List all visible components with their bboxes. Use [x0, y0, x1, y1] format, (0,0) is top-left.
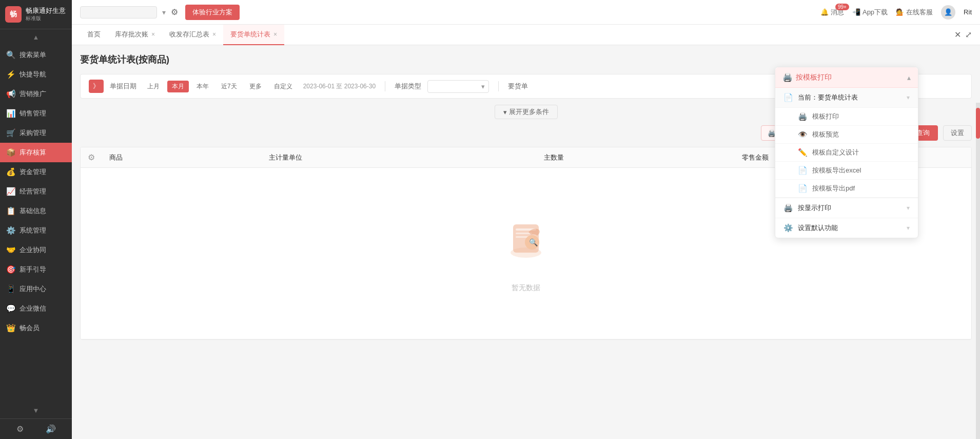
system-icon: ⚙️ — [6, 226, 15, 235]
dropdown-title: 按模板打印 — [796, 73, 832, 82]
dropdown-item-template-excel[interactable]: 📄 按模板导出excel — [775, 162, 918, 180]
sidebar-item-sales[interactable]: 📊 销售管理 — [0, 104, 72, 123]
notification-badge: 99+ — [835, 4, 849, 10]
avatar-icon: 👤 — [944, 8, 952, 16]
dropdown-item-template-design[interactable]: ✏️ 模板自定义设计 — [775, 144, 918, 162]
tab-close-summary[interactable]: × — [212, 31, 216, 38]
sidebar-item-quick[interactable]: ⚡ 快捷导航 — [0, 65, 72, 84]
date-btn-this-year[interactable]: 本年 — [192, 81, 213, 92]
basic-icon: 📋 — [6, 206, 15, 216]
tab-close-batch[interactable]: × — [151, 31, 155, 38]
user-name: Rit — [964, 8, 972, 16]
type-select-wrap — [427, 80, 489, 93]
dropdown-current-template[interactable]: 📄 当前：要货单统计表 ▾ — [775, 88, 918, 108]
dropdown-item-template-pdf[interactable]: 📄 按模板导出pdf — [775, 180, 918, 198]
date-range-display: 2023-06-01 至 2023-06-30 — [303, 82, 376, 91]
sidebar-item-app[interactable]: 📱 应用中心 — [0, 279, 72, 299]
topbar-settings-icon[interactable]: ⚙ — [171, 7, 178, 17]
col-settings: ⚙ — [81, 147, 102, 168]
filter-separator — [385, 81, 385, 91]
app-download-icon: 📲 — [852, 8, 860, 16]
date-btn-7days[interactable]: 近7天 — [217, 81, 242, 92]
type-label: 单据类型 — [395, 82, 421, 91]
user-avatar[interactable]: 👤 — [941, 5, 955, 20]
app-icon: 📱 — [6, 284, 15, 294]
dropdown-arrow-icon[interactable]: ▾ — [162, 8, 166, 16]
col-qty: 主数量 — [537, 147, 735, 168]
table-settings-icon[interactable]: ⚙ — [88, 153, 95, 162]
dropdown-item-template-preview[interactable]: 👁️ 模板预览 — [775, 126, 918, 144]
type-select[interactable] — [427, 80, 489, 93]
finance-icon: 💰 — [6, 167, 15, 177]
date-btn-last-month[interactable]: 上月 — [143, 81, 164, 92]
app-title: 畅康通好生意 — [26, 7, 66, 15]
notification-btn[interactable]: 🔔 消息 99+ — [820, 8, 844, 17]
date-options: 上月 本月 本年 近7天 更多 自定义 — [143, 81, 297, 92]
content-area: 要货单统计表(按商品) 》 单据日期 上月 本月 本年 近7天 更多 自定义 2… — [72, 45, 980, 439]
sidebar-footer: ⚙ 🔊 — [0, 418, 72, 439]
sidebar-item-guide[interactable]: 🎯 新手引导 — [0, 260, 72, 279]
date-btn-this-month[interactable]: 本月 — [167, 81, 189, 92]
dropdown-close-btn[interactable]: ▴ — [907, 73, 911, 82]
display-print-icon: 🖨️ — [783, 203, 793, 213]
app-download-btn[interactable]: 📲 App下载 — [852, 8, 888, 17]
main-area: ▾ ⚙ 体验行业方案 🔔 消息 99+ 📲 App下载 💁 在线客服 👤 Rit — [72, 0, 980, 439]
template-print-dropdown: 🖨️ 按模板打印 ▴ 📄 当前：要货单统计表 ▾ 🖨️ 模板打印 👁️ 模板预览 — [775, 67, 918, 238]
dropdown-item-template-print[interactable]: 🖨️ 模板打印 — [775, 108, 918, 126]
settings-btn[interactable]: 设置 — [943, 125, 972, 141]
topbar-search-input[interactable] — [80, 6, 157, 18]
sidebar-item-member[interactable]: 👑 畅会员 — [0, 318, 72, 338]
sidebar-item-inventory[interactable]: 📦 库存核算 — [0, 143, 72, 162]
tab-close-order-stat[interactable]: × — [273, 31, 277, 38]
sidebar-item-wechat[interactable]: 💬 企业微信 — [0, 299, 72, 318]
col-unit: 主计量单位 — [262, 147, 537, 168]
marketing-icon: 📢 — [6, 89, 15, 99]
tab-order-stat[interactable]: 要货单统计表 × — [223, 25, 284, 45]
current-template-arrow: ▾ — [907, 94, 910, 101]
tab-home[interactable]: 首页 — [80, 25, 108, 45]
tab-batch[interactable]: 库存批次账 × — [108, 25, 162, 45]
dropdown-item-default-func[interactable]: ⚙️ 设置默认功能 ▾ — [775, 218, 918, 238]
sidebar-item-basic[interactable]: 📋 基础信息 — [0, 201, 72, 221]
svg-text:🔍: 🔍 — [529, 238, 538, 247]
online-service-btn[interactable]: 💁 在线客服 — [896, 8, 933, 17]
sidebar-item-purchase[interactable]: 🛒 采购管理 — [0, 123, 72, 143]
sidebar-item-operation[interactable]: 📈 经营管理 — [0, 182, 72, 201]
app-logo-icon: 畅 — [5, 6, 22, 23]
default-func-icon: ⚙️ — [783, 223, 793, 233]
sidebar: 畅 畅康通好生意 标准版 ▲ 🔍 搜索菜单 ⚡ 快捷导航 📢 营销推广 📊 销售… — [0, 0, 72, 439]
scroll-down-btn[interactable]: ▼ — [31, 405, 42, 416]
template-excel-icon: 📄 — [798, 166, 807, 175]
date-btn-custom[interactable]: 自定义 — [269, 81, 297, 92]
sidebar-item-marketing[interactable]: 📢 营销推广 — [0, 84, 72, 104]
empty-illustration: 🔍 — [500, 214, 552, 275]
sidebar-item-finance[interactable]: 💰 资金管理 — [0, 162, 72, 182]
date-label: 单据日期 — [110, 82, 136, 91]
dropdown-item-display-print[interactable]: 🖨️ 按显示打印 ▾ — [775, 198, 918, 218]
app-subtitle: 标准版 — [26, 15, 66, 22]
tabbar-actions: ✕ ⤢ — [954, 30, 972, 40]
tab-close-all-btn[interactable]: ✕ — [954, 30, 961, 40]
expand-more-btn[interactable]: ▾ 展开更多条件 — [495, 105, 558, 119]
col-goods: 商品 — [102, 147, 262, 168]
tab-summary[interactable]: 收发存汇总表 × — [162, 25, 223, 45]
template-print-icon: 🖨️ — [798, 112, 807, 121]
tab-expand-btn[interactable]: ⤢ — [965, 30, 972, 40]
scroll-up-btn[interactable]: ▲ — [31, 31, 42, 43]
filter-expand-btn[interactable]: 》 — [89, 80, 104, 93]
date-btn-more[interactable]: 更多 — [245, 81, 266, 92]
member-icon: 👑 — [6, 323, 15, 333]
settings-footer-icon[interactable]: ⚙ — [16, 424, 24, 434]
trial-btn[interactable]: 体验行业方案 — [185, 5, 240, 20]
display-print-arrow: ▾ — [907, 204, 910, 212]
speaker-footer-icon[interactable]: 🔊 — [46, 424, 56, 434]
wechat-icon: 💬 — [6, 304, 15, 313]
service-icon: 💁 — [896, 8, 904, 16]
sidebar-item-system[interactable]: ⚙️ 系统管理 — [0, 221, 72, 240]
default-func-arrow: ▾ — [907, 224, 910, 232]
sidebar-item-search[interactable]: 🔍 搜索菜单 — [0, 45, 72, 65]
order-status-label: 要货单 — [508, 82, 528, 91]
sidebar-item-collab[interactable]: 🤝 企业协同 — [0, 240, 72, 260]
current-template-icon: 📄 — [783, 93, 793, 102]
sidebar-logo: 畅 畅康通好生意 标准版 — [0, 0, 72, 29]
